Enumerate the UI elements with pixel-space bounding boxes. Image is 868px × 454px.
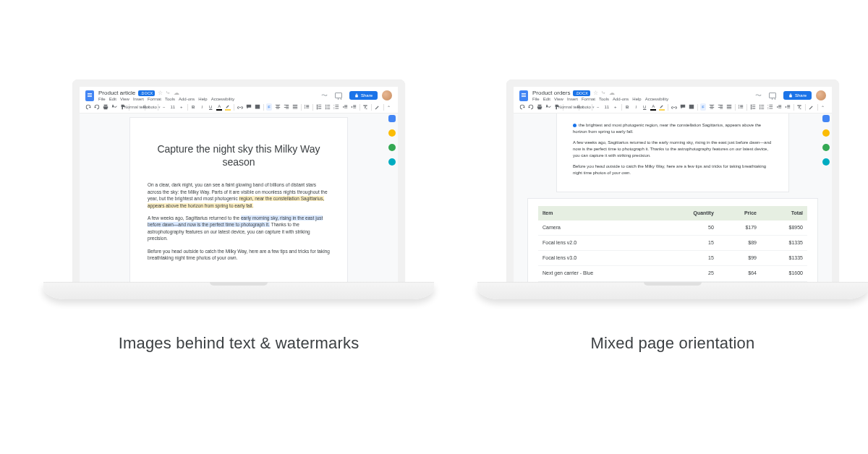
font-size-dec[interactable]: −	[595, 103, 601, 111]
align-justify-button[interactable]	[726, 103, 732, 111]
paragraph-2: A few weeks ago, Sagittarius returned to…	[148, 215, 330, 242]
align-right-button[interactable]	[718, 103, 723, 111]
feature-mixed-orientation: Product orders .DOCX ☆ ⤷ ☁ File Edit Vie…	[477, 80, 868, 353]
chevron-up-icon[interactable]: ⌃	[820, 103, 826, 111]
numbered-list-button[interactable]: 123	[333, 103, 339, 111]
clear-format-button[interactable]	[796, 103, 802, 111]
calendar-chip-icon[interactable]	[388, 115, 396, 122]
font-size-dec[interactable]: −	[161, 103, 167, 111]
document-page[interactable]: Capture the night sky this Milky Way sea…	[130, 118, 347, 282]
align-left-button[interactable]	[700, 103, 706, 111]
share-button[interactable]: Share	[349, 91, 378, 100]
underline-button[interactable]: U	[642, 103, 647, 111]
outdent-button[interactable]	[776, 103, 782, 111]
align-justify-button[interactable]	[292, 103, 298, 111]
underline-button[interactable]: U	[208, 103, 213, 111]
document-title[interactable]: Product orders	[532, 90, 570, 96]
activity-icon[interactable]: 〜	[755, 91, 762, 100]
italic-button[interactable]: I	[633, 103, 639, 111]
cloud-icon[interactable]: ☁	[174, 90, 179, 96]
document-title[interactable]: Product article	[98, 90, 135, 96]
checklist-button[interactable]	[750, 103, 756, 111]
svg-rect-37	[720, 106, 723, 106]
move-icon[interactable]: ⤷	[166, 90, 171, 96]
tasks-chip-icon[interactable]	[822, 144, 830, 151]
bullet-list-button[interactable]	[759, 103, 765, 111]
indent-button[interactable]	[351, 103, 357, 111]
screen-left: Product article .DOCX ☆ ⤷ ☁ File Edit Vi…	[72, 80, 405, 282]
align-left-button[interactable]	[266, 103, 272, 111]
spellcheck-button[interactable]	[545, 103, 551, 111]
text-color-button[interactable]: A	[216, 103, 222, 111]
table-row[interactable]: Focal lens v2.015$89$1335	[538, 236, 807, 251]
spellcheck-button[interactable]	[111, 103, 117, 111]
paragraph-style-dropdown[interactable]: Normal text	[566, 103, 576, 111]
contacts-chip-icon[interactable]	[822, 158, 830, 166]
table-row[interactable]: Next gen carrier - Blue25$64$1600	[538, 266, 807, 281]
line-spacing-button[interactable]	[738, 103, 744, 111]
undo-button[interactable]	[85, 103, 91, 111]
highlight-button[interactable]	[659, 103, 665, 111]
redo-button[interactable]	[94, 103, 100, 111]
align-right-button[interactable]	[284, 103, 289, 111]
link-button[interactable]	[671, 103, 677, 111]
print-button[interactable]	[103, 103, 109, 111]
image-button[interactable]	[689, 103, 694, 111]
align-center-button[interactable]	[709, 103, 715, 111]
numbered-list-button[interactable]: 123	[767, 103, 773, 111]
italic-button[interactable]: I	[199, 103, 205, 111]
col-item: Item	[538, 206, 659, 220]
checklist-button[interactable]	[316, 103, 322, 111]
present-icon[interactable]	[335, 93, 342, 98]
line-spacing-button[interactable]	[304, 103, 310, 111]
cloud-icon[interactable]: ☁	[609, 90, 615, 96]
align-center-button[interactable]	[275, 103, 281, 111]
bold-button[interactable]: B	[190, 103, 196, 111]
avatar[interactable]	[816, 90, 826, 100]
font-size-inc[interactable]: +	[179, 103, 184, 111]
bold-button[interactable]: B	[624, 103, 630, 111]
document-page-landscape[interactable]: Item Quantity Price Total Camera50$179$8…	[528, 199, 817, 282]
star-icon[interactable]: ☆	[158, 90, 163, 96]
activity-icon[interactable]: 〜	[321, 91, 328, 100]
star-icon[interactable]: ☆	[593, 90, 598, 96]
calendar-chip-icon[interactable]	[822, 115, 830, 122]
tasks-chip-icon[interactable]	[388, 144, 396, 151]
font-dropdown[interactable]: Roboto	[582, 103, 590, 111]
link-button[interactable]	[237, 103, 243, 111]
table-row[interactable]: Focal lens v3.015$99$1335	[538, 251, 807, 266]
edit-mode-button[interactable]	[375, 103, 380, 111]
clear-format-button[interactable]	[362, 103, 368, 111]
text-color-button[interactable]: A	[650, 103, 656, 111]
share-button[interactable]: Share	[783, 91, 812, 100]
edit-mode-button[interactable]	[809, 103, 814, 111]
font-dropdown[interactable]: Roboto	[148, 103, 156, 111]
table-row[interactable]: Camera50$179$8950	[538, 220, 807, 236]
contacts-chip-icon[interactable]	[388, 158, 396, 166]
font-size-field[interactable]: 11	[604, 103, 610, 111]
indent-button[interactable]	[785, 103, 791, 111]
paragraph-style-dropdown[interactable]: Normal text	[132, 103, 142, 111]
document-page-portrait[interactable]: the brightest and most photogenic region…	[557, 113, 788, 192]
comment-button[interactable]	[680, 103, 686, 111]
move-icon[interactable]: ⤷	[601, 90, 606, 96]
docs-logo-icon	[519, 90, 528, 101]
bullet-list-button[interactable]	[325, 103, 331, 111]
svg-point-16	[326, 105, 327, 106]
keep-chip-icon[interactable]	[388, 129, 396, 137]
outdent-button[interactable]	[342, 103, 348, 111]
chevron-up-icon[interactable]: ⌃	[386, 103, 392, 111]
print-button[interactable]	[537, 103, 542, 111]
font-size-inc[interactable]: +	[613, 103, 618, 111]
svg-rect-19	[327, 107, 330, 108]
redo-button[interactable]	[528, 103, 534, 111]
avatar[interactable]	[382, 90, 392, 100]
highlight-button[interactable]	[225, 103, 231, 111]
undo-button[interactable]	[519, 103, 525, 111]
comment-button[interactable]	[246, 103, 252, 111]
share-label: Share	[361, 93, 373, 98]
image-button[interactable]	[255, 103, 260, 111]
present-icon[interactable]	[769, 93, 776, 98]
font-size-field[interactable]: 11	[170, 103, 176, 111]
keep-chip-icon[interactable]	[822, 129, 830, 137]
